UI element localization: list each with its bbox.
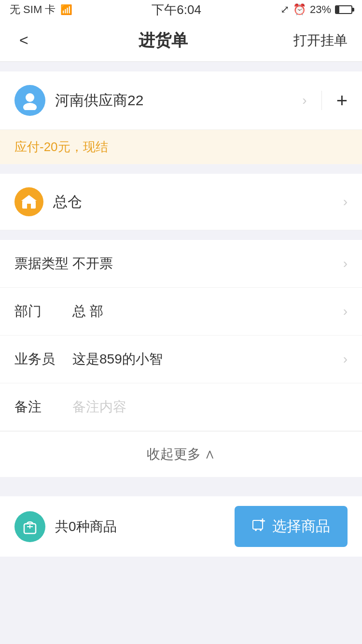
carrier-label: 无 SIM 卡 <box>10 2 56 17</box>
invoice-row[interactable]: 票据类型 不开票 › <box>0 240 362 288</box>
invoice-value: 不开票 <box>72 254 343 273</box>
svg-point-0 <box>26 93 34 102</box>
collapse-row[interactable]: 收起更多 ∧ <box>0 431 362 477</box>
battery-icon <box>335 5 352 14</box>
page-title: 进货单 <box>139 29 188 52</box>
select-btn-icon <box>252 518 266 535</box>
shopping-bag-icon <box>21 518 39 535</box>
supplier-name: 河南供应商22 <box>55 91 302 111</box>
warehouse-icon-bg <box>14 187 43 216</box>
user-icon <box>20 91 40 110</box>
salesperson-row[interactable]: 业务员 这是859的小智 › <box>0 336 362 383</box>
status-bar: 无 SIM 卡 📶 下午6:04 ⤢ ⏰ 23% <box>0 0 362 19</box>
status-time: 下午6:04 <box>152 1 201 18</box>
section-gap-2 <box>0 164 362 174</box>
invoice-label: 票据类型 <box>14 254 72 273</box>
select-product-button[interactable]: 选择商品 <box>235 506 348 547</box>
salesperson-chevron-icon[interactable]: › <box>343 351 348 367</box>
department-chevron-icon[interactable]: › <box>343 304 348 319</box>
department-row[interactable]: 部门 总 部 › <box>0 288 362 336</box>
svg-rect-4 <box>27 204 31 209</box>
battery-percentage: 23% <box>310 3 331 16</box>
svg-point-11 <box>255 529 257 531</box>
section-gap-4 <box>0 477 362 487</box>
location-icon: ⤢ <box>280 3 289 16</box>
svg-rect-8 <box>253 520 263 529</box>
svg-point-12 <box>260 529 262 531</box>
warehouse-section: 总仓 › <box>0 174 362 230</box>
section-gap-1 <box>0 62 362 71</box>
notice-bar: 应付-20元，现结 <box>0 130 362 164</box>
product-count: 共0种商品 <box>55 518 225 536</box>
form-section: 票据类型 不开票 › 部门 总 部 › 业务员 这是859的小智 › 备注 备注… <box>0 240 362 477</box>
supplier-section: 河南供应商22 › + 应付-20元，现结 <box>0 71 362 164</box>
supplier-avatar <box>14 85 45 116</box>
back-button[interactable]: < <box>14 27 33 54</box>
warehouse-label: 总仓 <box>53 192 343 212</box>
department-value: 总 部 <box>72 302 343 321</box>
invoice-chevron-icon[interactable]: › <box>343 256 348 271</box>
chevron-right-icon[interactable]: › <box>302 93 306 108</box>
cart-add-icon <box>252 518 266 532</box>
add-icon[interactable]: + <box>336 90 348 112</box>
collapse-label[interactable]: 收起更多 ∧ <box>147 445 216 463</box>
remark-row[interactable]: 备注 备注内容 <box>0 383 362 431</box>
svg-marker-3 <box>21 195 37 201</box>
svg-point-1 <box>23 103 37 110</box>
open-pending-button[interactable]: 打开挂单 <box>293 31 348 50</box>
warehouse-chevron-icon[interactable]: › <box>343 194 348 210</box>
select-product-label: 选择商品 <box>272 517 330 536</box>
status-right: ⤢ ⏰ 23% <box>280 3 352 16</box>
salesperson-label: 业务员 <box>14 350 72 368</box>
wifi-icon: 📶 <box>60 4 72 15</box>
supplier-row[interactable]: 河南供应商22 › + <box>0 71 362 130</box>
notice-text: 应付-20元，现结 <box>14 140 108 154</box>
nav-bar: < 进货单 打开挂单 <box>0 19 362 62</box>
supplier-actions: › + <box>302 90 348 112</box>
alarm-icon: ⏰ <box>293 3 306 16</box>
bottom-bar: 共0种商品 选择商品 <box>0 496 362 557</box>
remark-label: 备注 <box>14 398 72 416</box>
warehouse-row[interactable]: 总仓 › <box>0 174 362 230</box>
section-gap-3 <box>0 230 362 240</box>
warehouse-icon <box>20 193 38 210</box>
remark-input[interactable]: 备注内容 <box>72 398 348 416</box>
department-label: 部门 <box>14 302 72 321</box>
status-left: 无 SIM 卡 📶 <box>10 2 72 17</box>
vertical-divider <box>321 91 322 110</box>
product-bag-icon-bg <box>14 511 45 542</box>
salesperson-value: 这是859的小智 <box>72 350 343 368</box>
